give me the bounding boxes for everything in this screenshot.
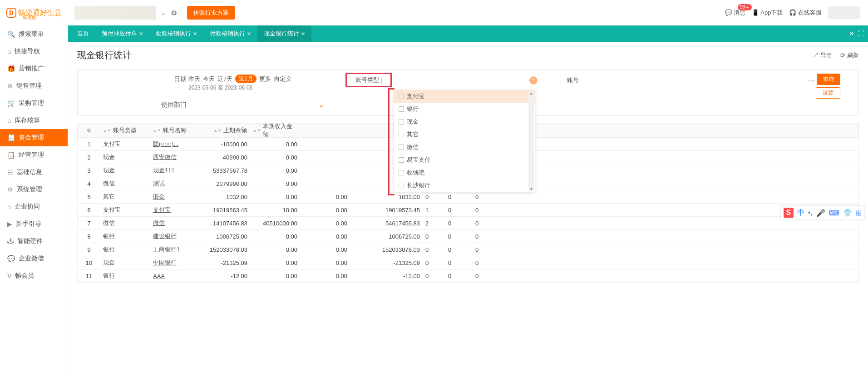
keyboard-icon[interactable]: ⌨ <box>829 209 839 217</box>
acct-type-dropdown[interactable]: 支付宝银行现金其它微信易宝支付收钱吧长沙银行 ▴▾ <box>394 90 535 192</box>
nav-icon: ⌂ <box>7 117 11 124</box>
acct-link[interactable]: 工商银行1 <box>153 245 180 254</box>
table-row: 11 银行 AAA -12.00 0.00 0.00 -12.00 0 0 0 <box>78 269 858 282</box>
nav-item[interactable]: ⊕销售管理 <box>0 77 68 95</box>
refresh-button[interactable]: ⟳ 刷新 <box>840 51 859 60</box>
dropdown-item[interactable]: 收钱吧 <box>394 166 535 179</box>
dropdown-item[interactable]: 其它 <box>394 128 535 141</box>
grid-icon[interactable]: ⊞ <box>856 209 862 217</box>
collapse-icon[interactable]: ⌃ <box>529 76 538 85</box>
org-selector[interactable]: ⌄ ⚙ 体验行业方案 <box>74 6 235 20</box>
acct-link[interactable]: 测试 <box>153 180 165 188</box>
nav-item[interactable]: 💬企业微信 <box>0 250 68 267</box>
nav-item[interactable]: 🔍搜索菜单 <box>0 25 68 43</box>
nav-item[interactable]: V畅会员 <box>0 267 68 284</box>
nav-item[interactable]: ⌂企业协同 <box>0 198 68 215</box>
gear-icon[interactable]: ⚙ <box>171 9 177 17</box>
nav-item[interactable]: ⌂快捷导航 <box>0 43 68 60</box>
tab[interactable]: 付款核销执行✕ <box>203 25 257 42</box>
date-shortcuts: 昨天今天近7天近1月更多自定义 <box>188 75 291 83</box>
checkbox[interactable] <box>399 183 404 188</box>
acct-link[interactable]: 西安微信 <box>153 153 177 161</box>
ime-punct-icon[interactable]: •, <box>808 209 813 217</box>
tab[interactable]: 首页 <box>71 25 95 42</box>
table-row: 10 现金 中国银行 -21325.09 0.00 0.00 -21325.09… <box>78 256 858 269</box>
close-icon[interactable]: ✕ <box>139 31 143 37</box>
tab[interactable]: 现金银行统计✕ <box>257 25 311 42</box>
caret-down-icon[interactable]: ⌄ <box>318 100 324 109</box>
date-shortcut[interactable]: 更多 <box>259 75 271 83</box>
export-button[interactable]: ↗ 导出 <box>813 51 833 60</box>
checkbox[interactable] <box>399 157 404 163</box>
dropdown-item[interactable]: 易宝支付 <box>394 154 535 166</box>
shirt-icon[interactable]: 👕 <box>843 209 852 217</box>
date-shortcut[interactable]: 自定义 <box>274 75 291 83</box>
nav-icon: ⊕ <box>7 82 13 90</box>
nav-icon: ▶ <box>7 220 12 228</box>
experience-button[interactable]: 体验行业方案 <box>187 6 235 20</box>
scrollbar[interactable]: ▴▾ <box>528 91 534 191</box>
date-shortcut[interactable]: 近7天 <box>217 75 232 83</box>
nav-item[interactable]: ⌂库存核算 <box>0 112 68 129</box>
close-icon[interactable]: ✕ <box>301 31 305 37</box>
app-download[interactable]: 📱 App下载 <box>752 9 783 17</box>
gear-icon[interactable]: ⚙ <box>87 128 91 134</box>
checkbox[interactable] <box>399 145 404 150</box>
nav-item[interactable]: ☷基础信息 <box>0 164 68 181</box>
dropdown-item[interactable]: 长沙银行 <box>394 179 535 192</box>
acct-link[interactable]: 旧金 <box>153 193 165 201</box>
acct-link[interactable]: AAA <box>153 273 165 279</box>
nav-item[interactable]: 🧾资金管理 <box>0 129 68 146</box>
close-icon[interactable]: ✕ <box>193 31 197 37</box>
acct-link[interactable]: 陇(○○○)... <box>153 140 178 148</box>
query-button[interactable]: 查询 <box>817 74 840 85</box>
user-placeholder[interactable] <box>828 6 860 19</box>
nav-item[interactable]: 🎁营销推广 <box>0 60 68 77</box>
tab[interactable]: 预付冲应付单✕ <box>95 25 149 42</box>
tab[interactable]: 收款核销执行✕ <box>149 25 203 42</box>
logo: b 畅捷通好生意 标准版 <box>0 5 68 21</box>
dropdown-item[interactable]: 银行 <box>394 103 535 115</box>
nav-item[interactable]: 🕹智能硬件 <box>0 233 68 250</box>
dropdown-item[interactable]: 现金 <box>394 115 535 128</box>
acct-link[interactable]: 中国银行 <box>153 259 177 267</box>
nav-icon: ⌂ <box>7 203 11 210</box>
org-placeholder <box>74 6 156 20</box>
date-shortcut[interactable]: 今天 <box>203 75 215 83</box>
acct-link[interactable]: 建设银行 <box>153 232 177 240</box>
nav-icon: 📋 <box>7 151 15 159</box>
checkbox[interactable] <box>399 94 404 99</box>
acct-link[interactable]: 现金111 <box>153 166 175 175</box>
dropdown-item[interactable]: 微信 <box>394 141 535 154</box>
tab-controls: ✕ ⛶ <box>849 30 864 37</box>
close-icon[interactable]: ✕ <box>247 31 251 37</box>
tab-expand-icon[interactable]: ⛶ <box>858 30 864 37</box>
checkbox[interactable] <box>399 106 404 112</box>
mic-icon[interactable]: 🎤 <box>816 209 825 217</box>
settings-button[interactable]: 设置 <box>816 87 840 99</box>
ime-toolbar[interactable]: S 中 •, 🎤 ⌨ 👕 ⊞ <box>781 206 864 219</box>
date-shortcut[interactable]: 昨天 <box>188 75 200 83</box>
nav-icon: 🕹 <box>7 238 14 245</box>
dropdown-item[interactable]: 支付宝 <box>394 90 535 103</box>
tab-close-all-icon[interactable]: ✕ <box>849 30 854 37</box>
filter-date-label: 日期 <box>96 75 187 84</box>
nav-item[interactable]: 🛒采购管理 <box>0 95 68 112</box>
nav-item[interactable]: ⚙系统管理 <box>0 181 68 198</box>
checkbox[interactable] <box>399 132 404 137</box>
msg-link[interactable]: 💬 消息99＋ <box>725 9 746 17</box>
msg-badge: 99＋ <box>738 4 752 10</box>
acct-link[interactable]: 支付宝 <box>153 206 171 214</box>
date-shortcut[interactable]: 近1月 <box>235 75 256 83</box>
checkbox[interactable] <box>399 170 404 175</box>
top-right: 💬 消息99＋ 📱 App下载 🎧 在线客服 <box>725 6 868 19</box>
acct-link[interactable]: 微信 <box>153 219 165 227</box>
online-service[interactable]: 🎧 在线客服 <box>789 9 822 17</box>
nav-item[interactable]: ▶新手引导 <box>0 215 68 233</box>
more-icon[interactable]: ⋯ <box>808 76 816 85</box>
nav-item[interactable]: 📋经营管理 <box>0 146 68 164</box>
acct-type-input[interactable] <box>394 73 530 87</box>
checkbox[interactable] <box>399 119 404 125</box>
ime-zh[interactable]: 中 <box>797 208 804 218</box>
sogou-icon: S <box>784 208 794 218</box>
